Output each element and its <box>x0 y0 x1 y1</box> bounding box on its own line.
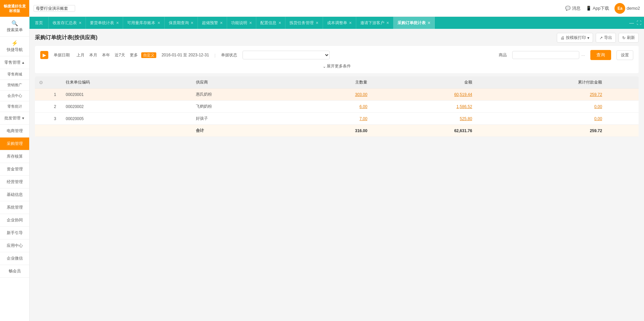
col-supplier-header: 供应商 <box>192 76 289 89</box>
row-paid-cell: 259.72 <box>476 89 606 101</box>
close-icon[interactable]: × <box>316 20 318 25</box>
footer-empty1 <box>35 125 48 137</box>
sidebar-item-base[interactable]: 基础信息 <box>0 189 29 201</box>
sidebar-item-operations[interactable]: 经营管理 <box>0 176 29 189</box>
date-btn-this-year[interactable]: 本年 <box>101 52 111 59</box>
sidebar-item-retail-mall[interactable]: 零售商城 <box>0 69 29 80</box>
tab-caigou[interactable]: 采购订单统计表 × <box>393 17 435 29</box>
sidebar-item-system[interactable]: 系统管理 <box>0 201 29 214</box>
sidebar-item-retail[interactable]: 零售管理 ▲ <box>0 56 29 69</box>
paid-link[interactable]: 259.72 <box>590 92 602 97</box>
footer-empty3 <box>62 125 192 137</box>
col-index-header <box>48 76 62 89</box>
sidebar-item-appcenter[interactable]: 应用中心 <box>0 239 29 252</box>
lightning-icon: ⚡ <box>11 40 18 46</box>
row-qty-cell: 7.00 <box>289 113 371 125</box>
minimize-icon[interactable]: — <box>629 20 634 25</box>
qty-link[interactable]: 303.00 <box>355 92 367 97</box>
settings-column-icon[interactable]: ⚙ <box>39 80 43 85</box>
tab-peizhi[interactable]: 配置信息 × <box>256 17 285 29</box>
tab-chengben[interactable]: 成本调整单 × <box>323 17 356 29</box>
close-icon[interactable]: × <box>349 20 352 25</box>
amount-link[interactable]: 60,519.44 <box>454 92 472 97</box>
sidebar-item-marketing[interactable]: 营销推广 <box>0 80 29 91</box>
paid-link[interactable]: 0.00 <box>594 104 602 109</box>
date-custom-tag: 自定义 <box>141 52 156 58</box>
tab-label: 要货单统计表 <box>90 20 114 26</box>
sidebar-item-members[interactable]: 会员中心 <box>0 91 29 101</box>
maximize-icon[interactable]: ⛶ <box>637 20 641 25</box>
date-btn-this-month[interactable]: 本月 <box>88 52 99 59</box>
refresh-button[interactable]: ↻ 刷新 <box>619 33 639 43</box>
sidebar-item-quicknav[interactable]: ⚡ 快捷导航 <box>0 37 29 56</box>
goods-search-input[interactable] <box>512 51 579 59</box>
table-header-row: ⚙ 往来单位编码 供应商 主数量 金额 累计付款金额 <box>35 76 639 89</box>
query-button[interactable]: 查询 <box>590 50 611 60</box>
col-code-header: 往来单位编码 <box>62 76 192 89</box>
tab-yaoqing[interactable]: 邀请下游客户 × <box>356 17 393 29</box>
amount-link[interactable]: 1,586.52 <box>457 104 472 109</box>
close-icon[interactable]: × <box>79 20 82 25</box>
collapse-filter-btn[interactable]: ▶ <box>40 51 48 59</box>
date-btn-7days[interactable]: 近7天 <box>113 52 126 59</box>
sidebar-item-enterprise[interactable]: 企业协同 <box>0 214 29 227</box>
tab-kuyun[interactable]: 可用量库存账本 × <box>123 17 164 29</box>
paid-link[interactable]: 0.00 <box>594 116 602 121</box>
row-supplier-cell: 好孩子 <box>192 113 289 125</box>
chevron-down-icon: ▼ <box>21 116 25 120</box>
app-download-label: App下载 <box>593 5 609 11</box>
close-icon[interactable]: × <box>386 20 389 25</box>
sidebar-item-vip[interactable]: 畅会员 <box>0 265 29 278</box>
sidebar-item-newguide[interactable]: 新手引导 <box>0 227 29 239</box>
sidebar-item-wechat[interactable]: 企业微信 <box>0 252 29 265</box>
sidebar-item-ecommerce[interactable]: 电商管理 <box>0 125 29 138</box>
sidebar-item-search[interactable]: 🔍 搜索菜单 <box>0 17 29 37</box>
sidebar-item-retail-stat[interactable]: 零售统计 <box>0 101 29 112</box>
sidebar-item-purchase[interactable]: 采购管理 <box>0 138 29 150</box>
tab-home[interactable]: 首页 <box>30 17 49 29</box>
tab-peihuorenwu[interactable]: 拣货任务管理 × <box>285 17 323 29</box>
date-btn-last-month[interactable]: 上月 <box>75 52 86 59</box>
close-icon[interactable]: × <box>220 20 223 25</box>
tabbar-end: — ⛶ <box>627 17 644 29</box>
message-icon: 💬 <box>565 6 571 11</box>
sidebar-item-label: 采购管理 <box>7 141 23 147</box>
tab-gongneng[interactable]: 功能说明 × <box>227 17 256 29</box>
close-icon[interactable]: × <box>278 20 281 25</box>
sidebar-item-label: 基础信息 <box>7 192 23 198</box>
chevron-down-icon: ▾ <box>587 36 589 40</box>
row-extra-cell <box>606 89 639 101</box>
message-button[interactable]: 💬 消息 <box>565 5 581 11</box>
search-icon: 🔍 <box>11 20 18 26</box>
user-profile[interactable]: Ea demo2 <box>614 3 640 14</box>
sidebar-item-inventory[interactable]: 库存核算 <box>0 150 29 163</box>
qty-link[interactable]: 7.00 <box>360 116 367 121</box>
close-icon[interactable]: × <box>249 20 252 25</box>
export-button[interactable]: ↗ 导出 <box>596 33 616 43</box>
logo-text: 畅捷通好生意 标准版 <box>4 4 26 13</box>
row-qty-cell: 6.00 <box>289 101 371 113</box>
date-btn-more[interactable]: 更多 <box>128 52 139 59</box>
sidebar-item-finance[interactable]: 资金管理 <box>0 163 29 176</box>
status-select[interactable] <box>243 51 330 59</box>
tab-baozhiqi[interactable]: 保质期查询 × <box>165 17 198 29</box>
print-button[interactable]: 🖨 按模板打印 ▾ <box>557 33 593 43</box>
footer-empty2 <box>48 125 62 137</box>
sidebar-item-wholesale[interactable]: 批发管理 ▼ <box>0 112 29 125</box>
tab-yaohuo[interactable]: 要货单统计表 × <box>86 17 123 29</box>
table-row: 3 00020005 好孩子 7.00 525.80 0.00 <box>35 113 639 125</box>
settings-button[interactable]: 设置 <box>616 50 633 60</box>
close-icon[interactable]: × <box>116 20 119 25</box>
tab-chaochuyujing[interactable]: 超储预警 × <box>198 17 227 29</box>
close-icon[interactable]: × <box>157 20 160 25</box>
close-icon[interactable]: × <box>428 20 430 25</box>
col-qty-header: 主数量 <box>289 76 371 89</box>
account-selector[interactable]: 母婴行业演示账套 <box>34 5 75 12</box>
app-download-button[interactable]: 📱 App下载 <box>586 5 609 11</box>
ellipsis-icon[interactable]: ··· <box>581 53 585 58</box>
tab-shoufa[interactable]: 收发存汇总表 × <box>49 17 86 29</box>
close-icon[interactable]: × <box>191 20 194 25</box>
amount-link[interactable]: 525.80 <box>460 116 472 121</box>
qty-link[interactable]: 6.00 <box>360 104 367 109</box>
expand-more-button[interactable]: ⌄ 展开更多条件 <box>323 63 351 69</box>
